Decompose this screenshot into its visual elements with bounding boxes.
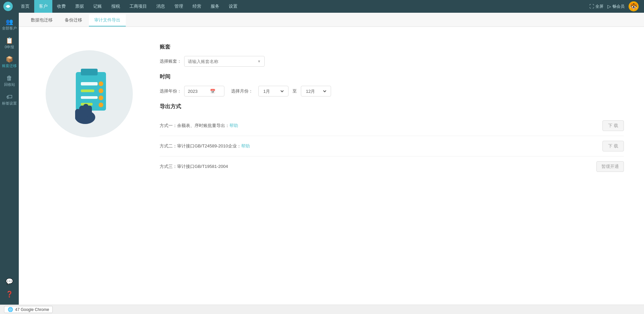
- svg-rect-3: [81, 69, 98, 75]
- year-input-wrapper[interactable]: 📅: [184, 86, 224, 97]
- export-method-1-help-link[interactable]: 帮助: [229, 123, 238, 128]
- sidebar-item-help[interactable]: ❓: [0, 288, 19, 301]
- fullscreen-label: 全屏: [595, 4, 603, 9]
- bottom-bar: 🌐 47 Google Chrome: [0, 305, 644, 314]
- svg-point-8: [99, 81, 103, 86]
- user-avatar[interactable]: 🐯: [629, 1, 639, 11]
- nav-manage[interactable]: 管理: [170, 0, 188, 13]
- month-start-option[interactable]: 1月 2月 3月 4月 5月 6月 7月 8月 9月 10月 11月: [262, 88, 285, 94]
- sidebar-item-tag-settings[interactable]: 🏷 标签设置: [0, 90, 19, 109]
- year-label: 选择年份：: [160, 88, 181, 94]
- bottom-bar-chrome-item[interactable]: 🌐 47 Google Chrome: [4, 306, 53, 313]
- to-label: 至: [292, 88, 297, 94]
- sidebar: 👥 全部客户 📋 0申报 📦 账套迁移 🗑 回收站 🏷 标签设置 💬 ❓: [0, 13, 19, 305]
- export-section: 导出方式 方式一：余额表、序时账批量导出：帮助 下 载 方式二：审计接口GB/T…: [160, 103, 624, 177]
- export-method-2-help-link[interactable]: 帮助: [241, 143, 250, 148]
- sidebar-item-chat[interactable]: 💬: [0, 275, 19, 288]
- nav-business[interactable]: 工商项目: [125, 0, 152, 13]
- tab-data-migration[interactable]: 数据包迁移: [25, 14, 58, 26]
- nav-operation[interactable]: 经营: [188, 0, 206, 13]
- nav-fee[interactable]: 收费: [52, 0, 70, 13]
- export-method-3-row: 方式三：审计接口GB/T19581-2004 暂缓开通: [160, 156, 624, 177]
- tabs-bar: 数据包迁移 备份迁移 审计文件导出: [19, 13, 644, 27]
- account-label: 选择账套：: [160, 58, 181, 64]
- svg-rect-16: [87, 106, 92, 118]
- app-logo: [3, 1, 13, 12]
- tag-settings-icon: 🏷: [6, 94, 12, 100]
- account-migrate-icon: 📦: [6, 56, 13, 62]
- export-method-3-coming-soon-button[interactable]: 暂缓开通: [596, 161, 624, 172]
- chrome-icon: 🌐: [8, 307, 13, 312]
- export-method-1-download-button[interactable]: 下 载: [602, 120, 624, 131]
- export-section-title: 导出方式: [160, 103, 624, 110]
- page-content: 账套 选择账套： ▼ 时间 选择年份： 📅: [19, 27, 644, 305]
- sidebar-label-recycle: 回收站: [4, 82, 15, 87]
- export-method-2-download-button[interactable]: 下 载: [602, 141, 624, 151]
- illustration-circle: [46, 50, 133, 137]
- vip-button[interactable]: ▷ 畅会员: [607, 4, 625, 9]
- fullscreen-button[interactable]: ⛶ 全屏: [589, 4, 603, 9]
- sidebar-item-account-migrate[interactable]: 📦 账套迁移: [0, 53, 19, 72]
- vip-icon: ▷: [607, 4, 611, 9]
- svg-point-11: [99, 103, 103, 107]
- sidebar-item-recycle[interactable]: 🗑 回收站: [0, 72, 19, 90]
- account-input[interactable]: [188, 59, 252, 64]
- nav-customer[interactable]: 客户: [34, 0, 52, 13]
- sidebar-label-all-customers: 全部客户: [2, 26, 17, 31]
- export-method-3-prefix: 方式三：审计接口GB/T19581-2004: [160, 164, 228, 169]
- bottom-bar-label: 47 Google Chrome: [15, 307, 49, 312]
- help-icon: ❓: [6, 291, 13, 297]
- svg-rect-4: [81, 82, 98, 85]
- tab-backup-migration[interactable]: 备份迁移: [59, 14, 88, 26]
- export-method-1-prefix: 方式一：余额表、序时账批量导出：: [160, 123, 229, 128]
- nav-bookkeeping[interactable]: 记账: [89, 0, 107, 13]
- account-section-title: 账套: [160, 44, 624, 51]
- illustration-svg: [62, 62, 116, 126]
- svg-point-1: [7, 5, 9, 8]
- sidebar-label-tag-settings: 标签设置: [2, 101, 17, 106]
- time-form-row: 选择年份： 📅 选择月份： 1月 2月 3月 4月: [160, 86, 624, 97]
- chat-icon: 💬: [6, 278, 13, 285]
- month-end-select[interactable]: 1月 2月 3月 4月 5月 6月 7月 8月 9月 10月 11月: [301, 86, 331, 97]
- month-end-option[interactable]: 1月 2月 3月 4月 5月 6月 7月 8月 9月 10月 11月: [305, 88, 327, 94]
- zero-declare-icon: 📋: [6, 38, 13, 44]
- top-nav-right: ⛶ 全屏 ▷ 畅会员 🐯: [589, 1, 644, 11]
- month-start-select[interactable]: 1月 2月 3月 4月 5月 6月 7月 8月 9月 10月 11月: [258, 86, 288, 97]
- fullscreen-icon: ⛶: [589, 4, 594, 9]
- sidebar-bottom: 💬 ❓: [0, 275, 19, 301]
- svg-point-9: [99, 88, 103, 93]
- export-method-2-row: 方式二：审计接口GB/T24589-2010企业：帮助 下 载: [160, 136, 624, 156]
- calendar-icon: 📅: [210, 89, 215, 94]
- nav-settings[interactable]: 设置: [224, 0, 242, 13]
- time-section-title: 时间: [160, 73, 624, 80]
- nav-service[interactable]: 服务: [206, 0, 224, 13]
- year-input[interactable]: [188, 89, 208, 94]
- nav-invoice[interactable]: 票据: [70, 0, 89, 13]
- sidebar-item-zero-declare[interactable]: 📋 0申报: [0, 34, 19, 53]
- main-layout: 👥 全部客户 📋 0申报 📦 账套迁移 🗑 回收站 🏷 标签设置 💬 ❓: [0, 13, 644, 305]
- svg-rect-6: [81, 96, 98, 99]
- tab-audit-export[interactable]: 审计文件导出: [89, 14, 126, 26]
- sidebar-item-all-customers[interactable]: 👥 全部客户: [0, 15, 19, 34]
- account-select-wrapper[interactable]: ▼: [184, 56, 265, 67]
- all-customers-icon: 👥: [6, 19, 13, 25]
- export-method-1-row: 方式一：余额表、序时账批量导出：帮助 下 载: [160, 116, 624, 136]
- svg-point-10: [99, 96, 103, 100]
- nav-items: 首页 客户 收费 票据 记账 报税 工商项目 消息 管理 经营 服务 设置: [16, 0, 589, 13]
- export-method-2-prefix: 方式二：审计接口GB/T24589-2010企业：: [160, 143, 241, 148]
- content-area: 数据包迁移 备份迁移 审计文件导出: [19, 13, 644, 305]
- time-row: 📅 选择月份： 1月 2月 3月 4月 5月 6月 7月: [184, 86, 331, 97]
- form-area: 账套 选择账套： ▼ 时间 选择年份： 📅: [140, 40, 624, 177]
- nav-tax[interactable]: 报税: [107, 0, 125, 13]
- top-navigation: 首页 客户 收费 票据 记账 报税 工商项目 消息 管理 经营 服务 设置 ⛶ …: [0, 0, 644, 13]
- account-form-row: 选择账套： ▼: [160, 56, 624, 67]
- dropdown-icon: ▼: [257, 59, 261, 63]
- illustration-area: [39, 40, 140, 147]
- svg-rect-5: [81, 89, 94, 92]
- export-method-3-text: 方式三：审计接口GB/T19581-2004: [160, 164, 228, 170]
- sidebar-label-account-migrate: 账套迁移: [2, 63, 17, 68]
- nav-home[interactable]: 首页: [16, 0, 34, 13]
- export-method-2-text: 方式二：审计接口GB/T24589-2010企业：帮助: [160, 143, 250, 149]
- nav-message[interactable]: 消息: [152, 0, 170, 13]
- vip-label: 畅会员: [612, 4, 625, 9]
